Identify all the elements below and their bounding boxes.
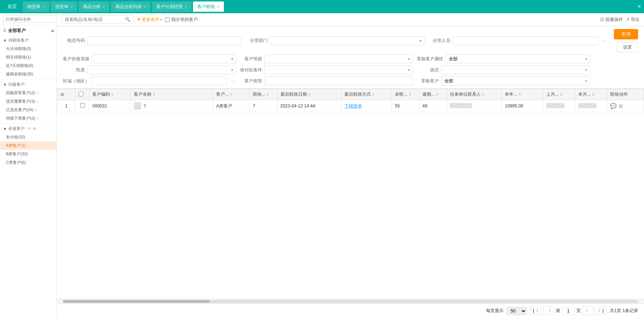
nav-tab-purchase-close[interactable]: × bbox=[71, 5, 73, 9]
info-icon-3: ℹ bbox=[35, 108, 37, 112]
filter-cell-region: 区域（地区） ··· bbox=[63, 77, 240, 85]
td-index: 1 bbox=[57, 100, 76, 112]
settings-button[interactable]: 设置 bbox=[617, 42, 638, 52]
table-settings-icon[interactable]: ⚙ bbox=[60, 92, 64, 97]
filter-select-dept[interactable] bbox=[270, 36, 425, 45]
th-last-method-sort[interactable]: ⇅ bbox=[372, 93, 375, 96]
export-icon: ↗ bbox=[626, 17, 630, 22]
sidebar-item-today-pending[interactable]: 今天待联络(0) bbox=[0, 45, 57, 53]
row-checkbox[interactable] bbox=[80, 103, 85, 108]
search-icon[interactable]: 🔍 bbox=[125, 17, 130, 22]
th-last-date-sort[interactable]: ⇅ bbox=[308, 93, 311, 96]
table-check-all[interactable] bbox=[79, 92, 83, 96]
sidebar-item-repurchase-abnormal[interactable]: 回购异常客户(2) ℹ bbox=[0, 89, 57, 97]
nav-tab-customer-tier[interactable]: 客户分层经营 × bbox=[152, 1, 192, 12]
sidebar-item-class-a[interactable]: A类客户(1) bbox=[0, 141, 57, 150]
scroll-track bbox=[63, 300, 638, 303]
nav-tab-purchase[interactable]: 进货单 × bbox=[51, 1, 77, 12]
th-level-sort[interactable]: ⇅ bbox=[230, 93, 233, 96]
filter-select-price-level[interactable] bbox=[92, 54, 236, 63]
batch-op-btn[interactable]: ☑ 批量操作 bbox=[600, 17, 623, 23]
sidebar-value-settings[interactable]: ⚙ bbox=[33, 127, 36, 131]
row-action-qr[interactable]: ⊞ bbox=[619, 103, 623, 109]
page-last-btn[interactable]: 〉| bbox=[595, 307, 607, 315]
th-name-sort[interactable]: ⇅ bbox=[153, 93, 155, 96]
filter-cell-price-level: 客户价格等级 bbox=[63, 54, 240, 63]
sidebar-item-unclassified[interactable]: 未分组(32) bbox=[0, 133, 57, 141]
filter-select-retail-customer[interactable]: 全部 bbox=[441, 77, 590, 85]
filter-cell-nature: 性质 bbox=[63, 66, 240, 74]
top-actions: ☑ 批量操作 ↗ 导出 bbox=[600, 17, 640, 23]
filter-panel: 电话号码 分管部门 分管人员 ··· 查询 bbox=[57, 26, 644, 89]
nav-tab-customer-tier-close[interactable]: × bbox=[185, 5, 187, 9]
scroll-thumb[interactable] bbox=[63, 300, 210, 303]
th-contact-count-sort[interactable]: ⇅ bbox=[266, 93, 269, 96]
th-this-year-sort[interactable]: ⇅ bbox=[518, 93, 521, 96]
sidebar-search-input[interactable] bbox=[3, 15, 57, 23]
th-last-month-sort[interactable]: ⇅ bbox=[560, 93, 563, 96]
td-contact2 bbox=[447, 100, 502, 112]
nav-tab-product-list-close[interactable]: × bbox=[144, 5, 146, 9]
nav-tab-customer-contact-close[interactable]: × bbox=[217, 5, 219, 9]
more-conditions-arrow: ▾ bbox=[160, 18, 162, 22]
sidebar-group-pending[interactable]: ▼ 待联络客户 bbox=[0, 36, 57, 45]
query-button[interactable]: 查询 bbox=[614, 29, 638, 39]
filter-input-region[interactable] bbox=[92, 77, 228, 85]
filter-input-phone[interactable] bbox=[87, 36, 242, 45]
page-prev-btn[interactable]: 〈 bbox=[543, 307, 554, 315]
filter-cell-status: 状态 bbox=[417, 66, 594, 74]
export-btn[interactable]: ↗ 导出 bbox=[626, 17, 640, 23]
nav-tab-product-list[interactable]: 商品分析列表 × bbox=[111, 1, 151, 12]
nav-tab-product-analysis[interactable]: 商品分析 × bbox=[79, 1, 110, 12]
nav-close-all[interactable]: × bbox=[638, 3, 641, 10]
filter-dots-region[interactable]: ··· bbox=[230, 78, 236, 84]
nav-tab-sales-close[interactable]: × bbox=[43, 5, 45, 9]
page-input[interactable] bbox=[562, 307, 575, 315]
filter-select-status[interactable] bbox=[441, 66, 590, 74]
page-size-select[interactable]: 50 100 200 bbox=[507, 307, 527, 315]
nav-tab-customer-contact[interactable]: 客户联络 × bbox=[193, 1, 224, 12]
nav-tab-sales[interactable]: 销货单 × bbox=[23, 1, 49, 12]
th-this-month-sort[interactable]: ⇅ bbox=[592, 93, 595, 96]
filter-select-customer-level[interactable] bbox=[264, 54, 414, 63]
filter-select-payment[interactable] bbox=[264, 66, 414, 74]
sidebar-item-class-c[interactable]: C类客户(6) bbox=[0, 158, 57, 167]
more-conditions-btn[interactable]: ▼ 更多条件 ▾ bbox=[137, 17, 162, 23]
filter-select-nature[interactable] bbox=[87, 66, 236, 74]
sidebar-item-declining[interactable]: 持续下滑客户(2) ℹ bbox=[0, 114, 57, 123]
last-method-link[interactable]: 下销货单 bbox=[344, 103, 362, 109]
th-overdue-sort[interactable]: ⇅ bbox=[436, 93, 439, 96]
filter-dots-person[interactable]: ··· bbox=[601, 38, 607, 43]
sidebar-item-tomorrow-pending[interactable]: 明天待联络(1) bbox=[0, 53, 57, 61]
td-this-year: 10995.00 bbox=[502, 100, 543, 112]
my-customer-check[interactable]: 我分管的客户 bbox=[165, 17, 198, 23]
page-next-btn[interactable]: 〉 bbox=[582, 307, 593, 315]
search-input[interactable] bbox=[65, 17, 124, 22]
nav-tab-product-analysis-close[interactable]: × bbox=[103, 5, 105, 9]
filter-row-4: 区域（地区） ··· 客户类型 零散客户 全部 bbox=[63, 77, 638, 85]
my-customer-checkbox[interactable] bbox=[165, 17, 170, 22]
sidebar-group-problem[interactable]: ▼ 问题客户 bbox=[0, 80, 57, 89]
row-action-chat[interactable]: 💬 bbox=[610, 103, 616, 109]
th-contact2-sort[interactable]: ⇅ bbox=[482, 93, 485, 96]
filter-select-retail-attr[interactable]: 全部 bbox=[446, 54, 590, 63]
th-uncontact-sort[interactable]: ⇅ bbox=[408, 93, 411, 96]
sidebar-item-week-pending[interactable]: 近7天待联络(0) bbox=[0, 61, 57, 70]
my-customer-label: 我分管的客户 bbox=[171, 17, 198, 23]
page-size-label: 每页显示 bbox=[486, 308, 504, 314]
sidebar-item-churn-warning[interactable]: 流失预警客户(3) ℹ bbox=[0, 97, 57, 106]
sidebar: 🔍 ⠿ 全部客户 ◀ ▼ 待联络客户 今天待联络(0) 明天待联络(1) 近7天… bbox=[0, 13, 57, 318]
page-first-btn[interactable]: |〈 bbox=[530, 307, 542, 315]
nav-home[interactable]: 首页 bbox=[3, 3, 21, 10]
sidebar-item-churned[interactable]: 已流失客户(24) ℹ bbox=[0, 106, 57, 114]
sidebar-item-class-b[interactable]: B类客户(33) bbox=[0, 150, 57, 158]
filter-input-person[interactable] bbox=[452, 36, 598, 45]
th-code-sort[interactable]: ⇅ bbox=[111, 93, 114, 96]
sidebar-item-overdue-pending[interactable]: 逾期未联络(30) bbox=[0, 70, 57, 78]
sidebar-value-refresh[interactable]: ↺ bbox=[28, 127, 31, 131]
sidebar-collapse-icon[interactable]: ◀ bbox=[51, 29, 54, 33]
th-code: 客户编码 ⇅ bbox=[89, 89, 130, 100]
sidebar-group-value[interactable]: ▼ 价值客户 ↺ ⚙ bbox=[0, 124, 57, 133]
filter-input-customer-type[interactable] bbox=[264, 77, 414, 85]
sidebar-all-customers[interactable]: ⠿ 全部客户 ◀ bbox=[0, 25, 57, 36]
